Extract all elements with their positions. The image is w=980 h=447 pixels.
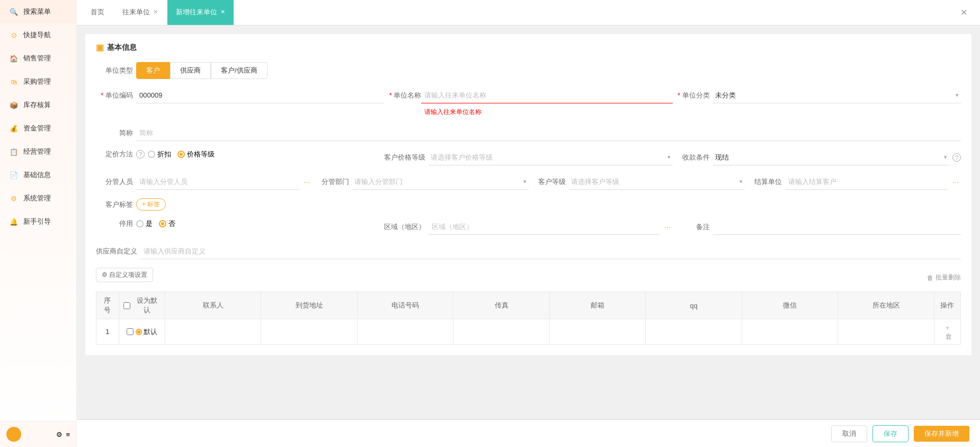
region-input[interactable] bbox=[429, 219, 659, 235]
unit-category-arrow: ▾ bbox=[956, 92, 959, 99]
address-input[interactable] bbox=[265, 328, 352, 336]
contact-input[interactable] bbox=[170, 328, 256, 336]
customer-level-placeholder: 请选择客户等级 bbox=[571, 177, 740, 187]
sidebar-bottom: ⚙ ≡ bbox=[0, 421, 76, 447]
unit-type-row: 单位类型 客户 供应商 客户/供应商 bbox=[96, 62, 961, 79]
row-delete-icon[interactable]: 🗑 bbox=[945, 332, 952, 340]
disabled-radio-yes[interactable]: 是 bbox=[136, 219, 153, 229]
department-field: 分管部门 请输入分管部门 ▾ bbox=[312, 174, 528, 190]
sidebar-item-finance[interactable]: 💰 资金管理 bbox=[0, 117, 76, 140]
row-fax[interactable] bbox=[453, 319, 549, 345]
bar-icon[interactable]: ≡ bbox=[66, 431, 70, 439]
discount-radio bbox=[148, 151, 155, 158]
unit-code-field: 单位编码 bbox=[96, 87, 384, 103]
sidebar-item-search[interactable]: 🔍 搜索菜单 bbox=[0, 0, 76, 23]
sidebar-item-inventory[interactable]: 📦 库存核算 bbox=[0, 93, 76, 117]
col-fax: 传真 bbox=[453, 292, 549, 319]
manager-more-icon[interactable]: ··· bbox=[302, 178, 313, 186]
customer-price-level-field: 客户价格等级 请选择客户价格等级 ▾ bbox=[384, 150, 672, 165]
pricing-radio-discount[interactable]: 折扣 bbox=[148, 150, 171, 159]
settings-icon[interactable]: ⚙ bbox=[56, 431, 63, 439]
manager-input[interactable] bbox=[136, 174, 299, 190]
wechat-input[interactable] bbox=[746, 328, 833, 336]
tab-new-unit[interactable]: 新增往来单位 ✕ bbox=[167, 0, 234, 25]
col-region: 所在地区 bbox=[838, 292, 934, 319]
sidebar: 🔍 搜索菜单 ⊙ 快捷导航 🏠 销售管理 🛍 采购管理 📦 库存核算 💰 资金管… bbox=[0, 0, 77, 447]
qq-input[interactable] bbox=[650, 328, 737, 336]
sidebar-item-guide[interactable]: 🔔 新手引导 bbox=[0, 210, 76, 233]
sidebar-item-sales[interactable]: 🏠 销售管理 bbox=[0, 47, 76, 70]
settlement-unit-field: 结算单位 ··· bbox=[745, 174, 961, 190]
customer-price-level-select[interactable]: 请选择客户价格等级 ▾ bbox=[429, 150, 672, 165]
row-contact[interactable] bbox=[165, 319, 261, 345]
avatar bbox=[6, 427, 21, 442]
row-add-icon[interactable]: ＋ bbox=[944, 323, 951, 331]
table-row: 1 默认 bbox=[96, 319, 961, 345]
sidebar-item-system[interactable]: ⚙ 系统管理 bbox=[0, 187, 76, 210]
row-checkbox[interactable] bbox=[127, 328, 133, 335]
fax-input[interactable] bbox=[458, 328, 545, 336]
department-select[interactable]: 请输入分管部门 ▾ bbox=[352, 174, 528, 190]
manager-label: 分管人员 bbox=[96, 177, 133, 187]
batch-delete-button[interactable]: 🗑 批量删除 bbox=[927, 273, 961, 282]
save-new-button[interactable]: 保存并新增 bbox=[914, 426, 969, 442]
unit-name-input[interactable] bbox=[421, 87, 672, 103]
pricing-radio-level[interactable]: 价格等级 bbox=[177, 150, 215, 159]
department-label: 分管部门 bbox=[312, 177, 349, 187]
row-region[interactable] bbox=[838, 319, 934, 345]
sidebar-item-purchase[interactable]: 🛍 采购管理 bbox=[0, 70, 76, 93]
pricing-help-icon[interactable]: ? bbox=[136, 150, 145, 159]
row-phone[interactable] bbox=[357, 319, 453, 345]
disabled-field: 停用 是 否 bbox=[96, 219, 384, 229]
header-checkbox[interactable] bbox=[123, 302, 130, 309]
cancel-button[interactable]: 取消 bbox=[831, 425, 867, 442]
short-name-input[interactable] bbox=[136, 125, 961, 141]
unit-type-customer[interactable]: 客户 bbox=[136, 62, 170, 79]
manager-field: 分管人员 ··· bbox=[96, 174, 312, 190]
unit-category-select[interactable]: 未分类 ▾ bbox=[713, 87, 961, 103]
basic-info-icon: 📄 bbox=[8, 170, 19, 180]
row-qq[interactable] bbox=[646, 319, 742, 345]
remark-input[interactable] bbox=[713, 219, 961, 235]
row-default: 默认 bbox=[119, 319, 165, 345]
sidebar-item-operations[interactable]: 📋 经营管理 bbox=[0, 140, 76, 163]
unit-category-field: 单位分类 未分类 ▾ bbox=[673, 87, 961, 103]
contact-table: 序号 设为默认 联系人 到货地址 电话号码 传真 邮箱 bbox=[96, 292, 961, 345]
payment-help-icon[interactable]: ? bbox=[952, 153, 961, 162]
tab-unit-list[interactable]: 往来单位 ✕ bbox=[114, 0, 166, 25]
tab-bar: 首页 往来单位 ✕ 新增往来单位 ✕ ✕ bbox=[77, 0, 980, 25]
sales-icon: 🏠 bbox=[8, 53, 19, 64]
tab-home[interactable]: 首页 bbox=[82, 0, 113, 25]
email-input[interactable] bbox=[554, 328, 641, 336]
row-email[interactable] bbox=[549, 319, 645, 345]
tab-new-unit-close[interactable]: ✕ bbox=[220, 8, 225, 15]
default-radio[interactable] bbox=[136, 329, 142, 335]
unit-type-both[interactable]: 客户/供应商 bbox=[211, 62, 268, 79]
tab-close-all[interactable]: ✕ bbox=[953, 7, 975, 17]
phone-input[interactable] bbox=[362, 328, 449, 336]
col-default: 设为默认 bbox=[119, 292, 165, 319]
sidebar-item-quick-nav[interactable]: ⊙ 快捷导航 bbox=[0, 23, 76, 47]
settlement-more-icon[interactable]: ··· bbox=[950, 178, 961, 186]
row-address[interactable] bbox=[261, 319, 357, 345]
add-tag-button[interactable]: + 标签 bbox=[136, 198, 166, 211]
custom-settings-button[interactable]: ⚙ 自定义项设置 bbox=[96, 268, 153, 282]
unit-code-input[interactable] bbox=[136, 87, 384, 103]
supplier-custom-input[interactable] bbox=[140, 243, 961, 259]
sidebar-item-basic-info[interactable]: 📄 基础信息 bbox=[0, 163, 76, 187]
unit-type-buttons: 客户 供应商 客户/供应商 bbox=[136, 62, 268, 79]
region-row-input[interactable] bbox=[842, 328, 929, 336]
tab-unit-list-close[interactable]: ✕ bbox=[153, 8, 158, 15]
payment-terms-select[interactable]: 现结 ▾ bbox=[713, 150, 949, 165]
finance-icon: 💰 bbox=[8, 123, 19, 134]
settlement-unit-input[interactable] bbox=[785, 174, 948, 190]
row-wechat[interactable] bbox=[742, 319, 838, 345]
region-more-icon[interactable]: ··· bbox=[662, 223, 673, 231]
disabled-radio-no[interactable]: 否 bbox=[159, 219, 175, 229]
col-action: 操作 bbox=[934, 292, 960, 319]
short-name-field: 简称 bbox=[96, 125, 961, 141]
unit-type-supplier[interactable]: 供应商 bbox=[170, 62, 211, 79]
customer-level-select[interactable]: 请选择客户等级 ▾ bbox=[569, 174, 745, 190]
save-button[interactable]: 保存 bbox=[872, 425, 908, 442]
main-area: 首页 往来单位 ✕ 新增往来单位 ✕ ✕ ▣ 基本信息 单位类型 bbox=[77, 0, 980, 447]
